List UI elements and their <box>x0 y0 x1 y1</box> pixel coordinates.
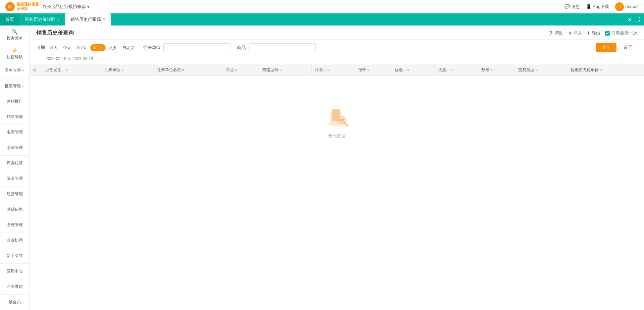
page-title: 销售历史价查询 <box>36 30 74 37</box>
sidebar-item-purchase[interactable]: 采购管理 <box>0 140 29 156</box>
product-input[interactable]: ... <box>249 43 316 52</box>
th-quoted-price[interactable]: 报价 ⇅ <box>355 64 391 76</box>
dropdown-icon: ▾ <box>87 4 90 9</box>
th-counterpart-name-label: 往来单位名称 <box>157 67 181 73</box>
help-btn[interactable]: ❓ 帮助 <box>548 30 564 36</box>
tab-purchase-close[interactable]: × <box>57 17 60 22</box>
export-icon: ⬇ <box>587 31 590 36</box>
sidebar-item-retail[interactable]: 零售管理 ▼ <box>0 63 29 79</box>
system-label: 系统管理 <box>7 222 23 228</box>
th-biz-date[interactable]: 业务发生... ⇅ <box>42 64 101 76</box>
empty-icon <box>323 103 350 130</box>
checkbox-icon <box>605 31 610 36</box>
close-all-tabs-btn[interactable]: ✕ <box>628 16 632 23</box>
tab-sales-history[interactable]: 销售历史价跟踪 × <box>65 13 111 25</box>
app-download-btn[interactable]: 📱 App下载 <box>586 4 609 10</box>
marketing-label: 营销推广 <box>7 99 23 104</box>
th-discount1[interactable]: 优惠... ⇅ <box>391 64 435 76</box>
th-spec[interactable]: 规格型号 ⇅ <box>259 64 311 76</box>
sidebar-item-appcenter[interactable]: 应用中心 <box>0 264 29 279</box>
th-product[interactable]: 商品 ⇅ <box>222 64 259 76</box>
sidebar-item-newbie[interactable]: 新手引导 <box>0 248 29 264</box>
page-header-actions: ❓ 帮助 ⬆ 导入 ⬇ 导出 只看最后一次 <box>548 30 637 36</box>
table-header-row: ⚙ 业务发生... ⇅ 往来单位 <box>30 64 644 76</box>
th-trade-type[interactable]: 交易类型 ⇅ <box>515 64 567 76</box>
date-tab-today[interactable]: 今天 <box>61 44 73 51</box>
sort-spec-icon: ⇅ <box>279 68 282 72</box>
th-biz-date-label: 业务发生... <box>45 67 65 73</box>
data-table: ⚙ 业务发生... ⇅ 往来单位 <box>30 64 644 76</box>
counterpart-input[interactable]: ... <box>163 43 230 52</box>
fullscreen-btn[interactable]: ⛶ <box>635 16 640 22</box>
date-range-row: 2023-02-18 至 2023-03-18 <box>30 56 644 64</box>
sales-mgmt-label: 销售管理 <box>7 114 23 120</box>
tab-home[interactable]: 首页 <box>0 13 19 25</box>
date-tab-custom[interactable]: 自定义 <box>120 44 137 51</box>
quicknav-icon: ⚡ <box>11 47 18 54</box>
query-btn[interactable]: 查询 <box>596 43 616 52</box>
message-icon: 💬 <box>565 4 570 9</box>
th-spec-label: 规格型号 <box>262 67 278 73</box>
sidebar-item-finance[interactable]: 资金管理 <box>0 171 29 187</box>
sidebar-item-marketing[interactable]: 营销推广 <box>0 94 29 109</box>
top-bar: 6 畅捷通好生意 标准版 办公用品行业模拟账套 ▾ 💬 消息 📱 App下载 d… <box>0 0 644 13</box>
only-last-checkbox[interactable]: 只看最后一次 <box>605 30 637 36</box>
th-counterpart-name[interactable]: 往来单位名称 ⇅ <box>154 64 222 76</box>
retail-group: 零售管理 ▼ <box>5 68 25 73</box>
sidebar-item-wholesale[interactable]: 批发管理 ▲ <box>0 79 29 94</box>
import-btn[interactable]: ⬆ 导入 <box>568 30 582 36</box>
date-tab-more[interactable]: 更多 <box>107 44 119 51</box>
message-label: 消息 <box>571 4 580 10</box>
th-quantity[interactable]: 数量 ⇅ <box>478 64 515 76</box>
date-tab-7days[interactable]: 近7天 <box>74 44 89 51</box>
logo-area: 6 畅捷通好生意 标准版 <box>5 2 39 11</box>
date-tabs: 昨天 今天 近7天 近1月 更多 自定义 <box>48 44 137 51</box>
sidebar-item-search[interactable]: 🔍 搜索菜单 <box>0 25 29 44</box>
sidebar-item-member[interactable]: 畅会员 <box>0 295 29 310</box>
top-bar-left: 6 畅捷通好生意 标准版 办公用品行业模拟账套 ▾ <box>5 2 90 11</box>
user-menu[interactable]: d demo2 <box>615 2 639 11</box>
import-label: 导入 <box>573 30 582 36</box>
sidebar-item-enterprise[interactable]: 企业协同 <box>0 233 29 248</box>
sidebar-item-inventory[interactable]: 库存核算 <box>0 156 29 171</box>
export-btn[interactable]: ⬇ 导出 <box>587 30 600 36</box>
sidebar-item-sales[interactable]: 销售管理 <box>0 109 29 125</box>
sidebar: 🔍 搜索菜单 ⚡ 快捷导航 零售管理 ▼ 批发管理 ▲ 营销推广 销售管理 电商… <box>0 25 30 310</box>
only-last-label: 只看最后一次 <box>611 30 637 36</box>
sidebar-item-wechat[interactable]: 企业微信 <box>0 279 29 295</box>
table-settings-icon[interactable]: ⚙ <box>33 68 37 72</box>
th-counterpart[interactable]: 往来单位 ⇅ <box>101 64 154 76</box>
sort-product-icon: ⇅ <box>234 68 237 72</box>
th-product-label: 商品 <box>226 67 234 73</box>
app-selector[interactable]: 办公用品行业模拟账套 ▾ <box>42 4 90 10</box>
th-pre-tax-price[interactable]: 优惠前无税单价 ⇅ <box>567 64 644 76</box>
th-counterpart-label: 往来单位 <box>104 67 120 73</box>
sort-biz-date-icon: ⇅ <box>65 68 68 72</box>
th-trade-type-label: 交易类型 <box>518 67 534 73</box>
message-btn[interactable]: 💬 消息 <box>565 4 580 10</box>
date-tab-yesterday[interactable]: 昨天 <box>48 44 60 51</box>
table-head: ⚙ 业务发生... ⇅ 往来单位 <box>30 64 644 76</box>
sidebar-item-operations[interactable]: 经营管理 <box>0 187 29 202</box>
page-header: 销售历史价查询 ❓ 帮助 ⬆ 导入 ⬇ 导出 <box>30 25 644 40</box>
tab-purchase-history[interactable]: 采购历史价跟踪 × <box>19 13 65 25</box>
wholesale-group: 批发管理 ▲ <box>5 83 25 89</box>
sidebar-item-basics[interactable]: 基础信息 <box>0 202 29 217</box>
counterpart-dots: ... <box>220 45 227 51</box>
th-settings[interactable]: ⚙ <box>30 64 42 76</box>
sidebar-item-quicknav[interactable]: ⚡ 快捷导航 <box>0 44 29 63</box>
member-label: 畅会员 <box>9 299 21 305</box>
wholesale-arrow: ▲ <box>21 84 25 88</box>
settings-btn[interactable]: 设置 <box>619 43 637 52</box>
th-unit[interactable]: 计量... ⇅ <box>311 64 355 76</box>
page-content: 销售历史价查询 ❓ 帮助 ⬆ 导入 ⬇ 导出 <box>30 25 644 310</box>
date-tab-1month[interactable]: 近1月 <box>90 44 106 51</box>
tab-sales-close[interactable]: × <box>103 17 105 22</box>
logo-icon: 6 <box>5 2 15 11</box>
th-discount2[interactable]: 优惠... ⇅ <box>435 64 478 76</box>
th-quantity-label: 数量 <box>481 67 489 73</box>
sidebar-item-system[interactable]: 系统管理 <box>0 217 29 233</box>
help-icon: ❓ <box>548 31 553 36</box>
sidebar-item-ecommerce[interactable]: 电商管理 <box>0 125 29 140</box>
appcenter-label: 应用中心 <box>7 268 23 274</box>
